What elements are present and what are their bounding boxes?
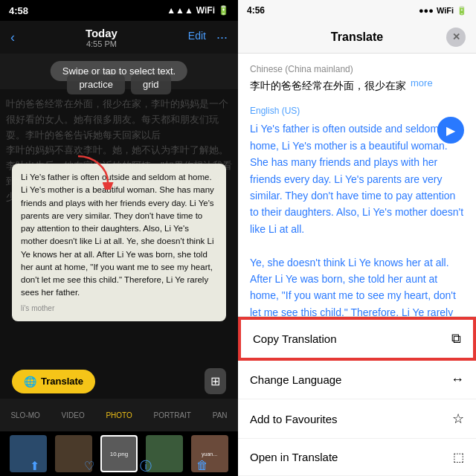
translate-button[interactable]: 🌐 Translate (12, 370, 95, 393)
key-grid[interactable]: grid (131, 74, 171, 94)
grid-icon: ⊞ (210, 375, 220, 387)
top-nav-left: ‹ Today 4:55 PM Edit ··· (0, 21, 238, 54)
copy-translation-item[interactable]: Copy Translation ⧉ (239, 318, 475, 359)
grid-button[interactable]: ⊞ (205, 368, 226, 394)
copy-translation-label: Copy Translation (253, 332, 337, 345)
back-button[interactable]: ‹ (10, 30, 15, 45)
photo-strip: 10.png yuan... ⬆ ♡ ⓘ 🗑 (0, 431, 238, 476)
right-header: Translate ✕ (238, 21, 476, 54)
copy-translation-wrapper: Copy Translation ⧉ (238, 317, 476, 361)
time-right: 4:56 (247, 5, 265, 16)
nav-subtitle: 4:55 PM (86, 39, 117, 48)
tab-slo-mo[interactable]: SLO-MO (10, 411, 39, 419)
right-title: Translate (331, 30, 383, 44)
open-translate-icon: ⬚ (453, 450, 464, 464)
translation-content: Chinese (China mainland) 李叶的爸爸经常在外面，很少在家… (238, 54, 476, 316)
translate-btn-label: Translate (41, 376, 83, 387)
status-icons-right: ●●● WiFi 🔋 (419, 6, 467, 16)
heart-icon[interactable]: ♡ (84, 459, 94, 475)
text-box-label: li's mother (21, 303, 217, 314)
nav-title: Today (86, 27, 118, 39)
text-box-content: Li Ye's father is often outside and seld… (21, 173, 214, 297)
tab-bar: SLO-MO VIDEO PHOTO PORTRAIT PAN (0, 399, 238, 431)
info-icon[interactable]: ⓘ (140, 459, 152, 475)
action-list: Copy Translation ⧉ Change Language ↔ Add… (238, 316, 476, 476)
edit-button[interactable]: Edit (188, 30, 206, 45)
right-panel: 4:56 ●●● WiFi 🔋 Translate ✕ Chinese (Chi… (238, 0, 476, 476)
tab-portrait[interactable]: PORTRAIT (154, 411, 191, 419)
time-left: 4:58 (9, 5, 28, 16)
add-favourites-label: Add to Favourites (250, 413, 338, 425)
left-panel: 4:58 ▲▲▲ WiFi 🔋 ‹ Today 4:55 PM Edit ···… (0, 0, 238, 476)
red-arrow-indicator (71, 152, 115, 193)
bottom-toolbar: 🌐 Translate ⊞ (0, 368, 238, 394)
more-link[interactable]: more (411, 77, 433, 89)
open-translate-label: Open in Translate (250, 451, 338, 463)
add-favourites-item[interactable]: Add to Favourites ☆ (238, 399, 476, 439)
change-language-item[interactable]: Change Language ↔ (238, 361, 476, 399)
open-translate-item[interactable]: Open in Translate ⬚ (238, 439, 476, 476)
source-text: 李叶的爸爸经常在外面，很少在家 (250, 77, 406, 94)
text-selection-box[interactable]: Li Ye's father is often outside and seld… (12, 164, 226, 321)
status-bar-right: 4:56 ●●● WiFi 🔋 (238, 0, 476, 21)
tab-video[interactable]: VIDEO (62, 411, 85, 419)
change-language-label: Change Language (250, 373, 341, 386)
copy-icon: ⧉ (451, 331, 461, 347)
target-text: Li Ye's father is often outside and seld… (250, 120, 464, 316)
play-button[interactable]: ▶ (437, 117, 464, 144)
more-button[interactable]: ··· (216, 30, 228, 45)
share-icon[interactable]: ⬆ (30, 459, 39, 475)
status-bar-left: 4:58 ▲▲▲ WiFi 🔋 (0, 0, 238, 21)
keyboard-row: practice grid (0, 74, 238, 94)
translate-icon: 🌐 (24, 376, 36, 387)
trash-icon[interactable]: 🗑 (196, 459, 208, 475)
close-button[interactable]: ✕ (446, 28, 466, 47)
tab-photo[interactable]: PHOTO (106, 411, 132, 419)
source-language-label: Chinese (China mainland) (250, 64, 464, 74)
status-icons-left: ▲▲▲ WiFi 🔋 (167, 5, 229, 16)
key-practice[interactable]: practice (67, 74, 125, 94)
close-icon: ✕ (452, 31, 460, 42)
bottom-icons: ⬆ ♡ ⓘ 🗑 (0, 459, 238, 475)
play-icon: ▶ (446, 123, 455, 138)
tab-pan[interactable]: PAN (213, 411, 228, 419)
source-text-row: 李叶的爸爸经常在外面，很少在家 more (250, 77, 464, 97)
nav-right-icons: Edit ··· (188, 30, 228, 45)
change-language-icon: ↔ (451, 372, 464, 387)
target-language-label: English (US) (250, 106, 464, 116)
star-icon: ☆ (452, 411, 464, 427)
